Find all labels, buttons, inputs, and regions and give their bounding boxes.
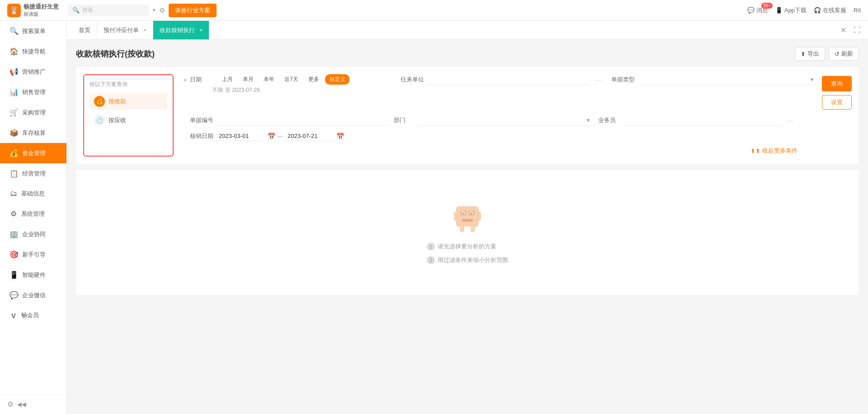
tip-num-1: 1 [427, 243, 435, 251]
message-badge: 99+ [761, 3, 773, 9]
date-btn-last-month[interactable]: 上月 [218, 74, 237, 85]
user-info[interactable]: Rit [854, 7, 861, 14]
hecheng-end-cal-icon[interactable]: 📅 [336, 133, 344, 140]
doc-num-filter: 单据编号 [190, 115, 388, 126]
more-conditions-label: 收起更多条件 [762, 147, 797, 155]
message-icon: 💬 [747, 7, 755, 14]
salesperson-more-icon[interactable]: ··· [783, 115, 797, 126]
sidebar-item-purchase[interactable]: 🛒 采购管理 [0, 102, 66, 123]
marketing-icon: 📢 [9, 67, 19, 76]
date-btn-7days[interactable]: 近7天 [280, 74, 302, 85]
sidebar-item-sales[interactable]: 📊 销售管理 [0, 82, 66, 102]
user-name: Rit [854, 7, 861, 14]
svg-rect-7 [471, 227, 475, 232]
salesperson-filter: 业务员 ··· [598, 115, 797, 126]
filter-by-receivable[interactable]: 🕐 按应收 [90, 112, 167, 129]
sidebar-item-enterprise-collab[interactable]: 🏢 企业协同 [0, 224, 66, 244]
date-btn-custom[interactable]: 自定义 [325, 74, 349, 85]
sidebar-item-operations[interactable]: 📋 经营管理 [0, 163, 66, 184]
doc-type-label: 单据类型 [611, 76, 635, 84]
sidebar-item-label: 企业协同 [22, 230, 46, 238]
dept-label: 部门 [394, 116, 416, 124]
hecheng-start-input[interactable] [216, 131, 266, 141]
online-service-icon: 🎧 [814, 7, 821, 14]
date-btn-this-month[interactable]: 本月 [239, 74, 258, 85]
quick-nav-icon: 🏠 [9, 47, 19, 56]
sidebar-item-inventory[interactable]: 📦 库存核算 [0, 123, 66, 143]
tab-receipt-offset-label: 收款核销执行 [160, 26, 195, 34]
logo-icon: 🐰 [7, 4, 21, 17]
settings-button[interactable]: 设置 [822, 95, 852, 109]
query-button[interactable]: 查询 [822, 76, 852, 91]
sidebar-bottom: ⚙ ◀◀ [0, 394, 66, 414]
message-item[interactable]: 💬 消息 99+ [747, 6, 768, 14]
counterpart-input-area[interactable] [427, 74, 590, 85]
salesperson-input[interactable] [623, 115, 781, 126]
tab-prepay-offset[interactable]: 预付冲应付单 × [97, 21, 153, 39]
app-logo: 🐰 畅捷通好生意 标准版 [7, 3, 59, 18]
sidebar-item-label: 搜索菜单 [22, 27, 46, 35]
dept-select[interactable]: ▾ [419, 115, 592, 126]
solution-button[interactable]: 体验行业方案 [169, 4, 217, 17]
sidebar-item-label: 营销推广 [22, 68, 46, 76]
sidebar-item-smart-hw[interactable]: 📱 智能硬件 [0, 265, 66, 285]
filter-by-receipt[interactable]: 💰 按收款 [90, 93, 167, 110]
settings-icon[interactable]: ⚙ [159, 6, 165, 14]
export-button[interactable]: ⬆ 导出 [795, 47, 825, 61]
tab-receipt-offset-close[interactable]: × [199, 27, 203, 33]
tab-close-all-icon[interactable]: ✕ [839, 24, 848, 36]
doc-type-select[interactable]: ▾ [637, 74, 816, 85]
sidebar-item-finance[interactable]: 💰 资金管理 [0, 143, 66, 163]
tab-home-label: 首页 [79, 26, 90, 34]
brand-name: 畅捷通好生意 [24, 3, 59, 11]
hecheng-end-input[interactable] [285, 131, 335, 141]
empty-tips: 1 请先选择要分析的方案 2 用过滤条件来缩小分析范围 [427, 241, 508, 268]
app-download-item[interactable]: 📱 App下载 [775, 6, 807, 14]
svg-point-11 [471, 213, 472, 214]
sidebar-item-label: 快捷导航 [22, 48, 46, 56]
date-label: 日期 [190, 76, 212, 84]
sidebar-item-marketing[interactable]: 📢 营销推广 [0, 62, 66, 82]
main-layout: 🔍 搜索菜单 🏠 快捷导航 📢 营销推广 📊 销售管理 🛒 采购管理 📦 库存核… [0, 21, 868, 414]
sidebar-item-label: 资金管理 [22, 149, 46, 157]
system-icon: ⚙ [9, 209, 18, 218]
refresh-button[interactable]: ↺ 刷新 [829, 47, 859, 61]
more-conditions-toggle[interactable]: ⬆⬆ 收起更多条件 [750, 145, 797, 157]
dropdown-icon[interactable]: ▾ [153, 7, 156, 13]
search-menu-icon: 🔍 [9, 27, 19, 35]
empty-tip-2: 2 用过滤条件来缩小分析范围 [427, 254, 508, 266]
sidebar-item-label: 采购管理 [22, 109, 46, 117]
more-conditions-icon: ⬆⬆ [750, 148, 760, 154]
filter-collapse: « [181, 74, 190, 157]
sidebar-item-vip[interactable]: V 畅会员 [0, 305, 66, 325]
sidebar-collapse-icon[interactable]: ◀◀ [17, 401, 26, 408]
page-content: 收款核销执行(按收款) ⬆ 导出 ↺ 刷新 按以下方案查询 [67, 40, 868, 414]
doc-type-chevron: ▾ [811, 76, 814, 83]
tab-expand-icon[interactable]: ⛶ [852, 24, 863, 36]
tab-prepay-offset-label: 预付冲应付单 [104, 26, 139, 34]
online-service-item[interactable]: 🎧 在线客服 [814, 6, 846, 14]
tab-bar: 首页 预付冲应付单 × 收款核销执行 × ✕ ⛶ [67, 21, 868, 40]
tip-num-2: 2 [427, 256, 435, 264]
filter-panel: 按以下方案查询 💰 按收款 🕐 按应收 « [76, 67, 859, 164]
tab-receipt-offset[interactable]: 收款核销执行 × [153, 21, 209, 39]
sidebar-item-basic-info[interactable]: 🗂 基础信息 [0, 184, 66, 204]
hecheng-start-cal-icon[interactable]: 📅 [268, 133, 275, 140]
top-search-area[interactable]: 🔍 搜索 [68, 5, 149, 16]
sidebar-item-system[interactable]: ⚙ 系统管理 [0, 204, 66, 224]
counterpart-more-icon[interactable]: ··· [593, 75, 606, 85]
date-btn-more[interactable]: 更多 [304, 74, 323, 85]
doc-num-input[interactable] [216, 115, 388, 126]
sidebar-item-quick-nav[interactable]: 🏠 快捷导航 [0, 41, 66, 62]
sidebar-item-beginner[interactable]: 🎯 新手引导 [0, 244, 66, 265]
tab-prepay-offset-close[interactable]: × [143, 27, 146, 33]
sidebar-bottom-settings-icon[interactable]: ⚙ [7, 400, 14, 409]
svg-rect-4 [454, 212, 458, 221]
tab-home[interactable]: 首页 [72, 21, 97, 39]
filter-collapse-btn[interactable]: « [184, 76, 187, 83]
by-receivable-icon: 🕐 [94, 115, 105, 126]
sidebar-item-enterprise-wechat[interactable]: 💬 企业微信 [0, 285, 66, 305]
top-bar-right: 💬 消息 99+ 📱 App下载 🎧 在线客服 Rit [747, 6, 861, 14]
sidebar-item-search-menu[interactable]: 🔍 搜索菜单 [0, 21, 66, 41]
date-btn-this-year[interactable]: 本年 [259, 74, 278, 85]
